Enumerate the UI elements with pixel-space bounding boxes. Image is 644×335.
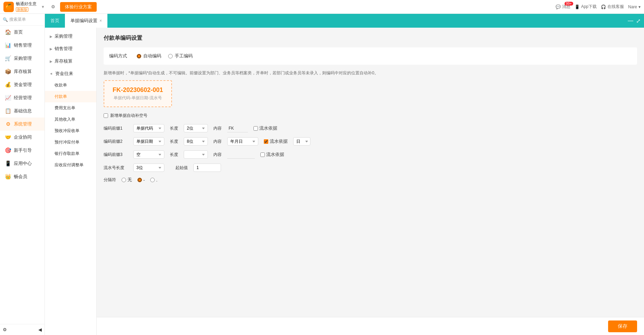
serial-length-select[interactable]: 2位 3位 4位 5位 (133, 164, 164, 172)
sidebar-item-purchase[interactable]: 🛒 采购管理 (0, 52, 45, 65)
sidebar: 🔍 搜索菜单 🏠 首页 📊 销售管理 🛒 采购管理 📦 库存核算 💰 资 (0, 14, 45, 335)
apps-icon: 📱 (5, 160, 11, 167)
sidebar-search[interactable]: 🔍 搜索菜单 (0, 14, 45, 26)
prefix1-length-select[interactable]: 2位 3位 4位 (184, 124, 208, 132)
prefix2-day-select[interactable]: 日 月 年 (293, 137, 310, 146)
sidebar-item-operations[interactable]: 📈 经营管理 (0, 91, 45, 104)
system-icon: ⚙ (5, 121, 11, 127)
save-button[interactable]: 保存 (608, 320, 637, 332)
sub-menu-item-receivable-adjust[interactable]: 应收应付调整单 (45, 159, 96, 171)
home-icon: 🏠 (5, 29, 11, 35)
sidebar-item-guide[interactable]: 🎯 新手引导 (0, 144, 45, 157)
sidebar-label-finance: 资金管理 (14, 82, 32, 88)
prefix3-content-label: 内容 (213, 152, 222, 158)
top-bar-left: 🍊 畅通好生意 旗舰版 ▾ ⚙ 体验行业方案 (3, 1, 553, 12)
sep-dash-input[interactable] (137, 178, 142, 182)
prefix1-content-input (227, 124, 248, 132)
brand-tag: 旗舰版 (16, 7, 37, 12)
sidebar-item-finance[interactable]: 💰 资金管理 (0, 78, 45, 91)
tab-maximize-icon[interactable]: ⤢ (636, 18, 641, 24)
sidebar-label-enterprise: 企业协同 (14, 134, 32, 140)
prefix3-serial-checkbox[interactable] (260, 152, 265, 157)
sub-menu-item-prepay-receivable[interactable]: 预收冲应收单 (45, 125, 96, 137)
auto-fill-checkbox[interactable] (104, 113, 108, 118)
sub-menu-group-capital: ▼ 资金往来 收款单 付款单 费用支出单 其他收入单 预收冲应收单 预付冲应付单… (45, 68, 96, 171)
prefix3-select[interactable]: 单据代码 单据日期 部门 业务员 空 (133, 150, 164, 159)
sep-dot-radio[interactable]: . (150, 177, 157, 183)
sidebar-item-inventory[interactable]: 📦 库存核算 (0, 65, 45, 78)
sidebar-item-enterprise[interactable]: 🤝 企业协同 (0, 131, 45, 144)
online-service-btn[interactable]: 🎧 在线客服 (601, 4, 624, 10)
user-avatar[interactable]: Nare ▾ (628, 4, 641, 9)
member-icon: 👑 (5, 174, 11, 180)
app-download-icon: 📱 (575, 4, 580, 9)
prefix2-serial-checkbox[interactable] (264, 139, 268, 144)
prefix1-select[interactable]: 单据代码 单据日期 部门 业务员 空 (133, 124, 164, 132)
sub-menu-purchase-label: 采购管理 (55, 33, 73, 39)
purchase-icon: 🛒 (5, 55, 11, 62)
serial-row: 流水号长度 2位 3位 4位 5位 起始值 (104, 164, 637, 172)
sub-menu-item-prepay-payable[interactable]: 预付冲应付单 (45, 137, 96, 148)
sep-dot-label: . (156, 177, 157, 183)
sub-menu-item-expense[interactable]: 费用支出单 (45, 102, 96, 114)
sidebar-label-inventory: 库存核算 (14, 68, 32, 75)
chevron-sales-icon: ▶ (50, 47, 52, 51)
prefix2-serial-checkbox-label[interactable]: 流水依据 (264, 138, 288, 145)
sidebar-collapse-icon[interactable]: ◀ (38, 327, 42, 332)
app-download-label: App下载 (581, 4, 597, 10)
radio-auto-input[interactable] (137, 54, 141, 58)
prefix1-serial-checkbox[interactable] (253, 126, 258, 131)
sub-menu-item-bank-deposit[interactable]: 银行存取款单 (45, 148, 96, 159)
prefix1-serial-label: 流水依据 (259, 125, 277, 131)
code-preview-box: FK-20230602-001 单据代码-单据日期-流水号 (104, 80, 172, 107)
code-desc: 单据代码-单据日期-流水号 (113, 95, 163, 101)
radio-auto-label: 自动编码 (143, 53, 161, 59)
trial-button[interactable]: 体验行业方案 (60, 2, 97, 12)
auto-fill-label: 新增单据自动补空号 (110, 113, 147, 119)
prefix2-content-select[interactable]: 年月日 年月 年 月日 (227, 137, 258, 146)
prefix1-row: 编码前缀1 单据代码 单据日期 部门 业务员 空 长度 2位 (104, 124, 637, 132)
app-download-btn[interactable]: 📱 App下载 (575, 4, 597, 10)
sep-dash-radio[interactable]: - (137, 177, 145, 183)
settings-gear-btn[interactable]: ⚙ (49, 3, 57, 11)
sidebar-item-basic[interactable]: 📋 基础信息 (0, 104, 45, 118)
tab-home[interactable]: 首页 (45, 14, 65, 28)
tab-minimize-icon[interactable]: — (628, 18, 633, 24)
sidebar-item-sales[interactable]: 📊 销售管理 (0, 39, 45, 52)
dropdown-arrow-btn[interactable]: ▾ (39, 3, 46, 10)
sub-menu-group-sales: ▶ 销售管理 (45, 43, 96, 55)
tab-close-icon[interactable]: × (99, 18, 102, 23)
prefix2-length-select[interactable]: 4位 6位 8位 (184, 137, 208, 146)
sidebar-item-member[interactable]: 👑 畅会员 (0, 170, 45, 183)
sub-menu-item-payment[interactable]: 付款单 (45, 91, 96, 102)
sep-dot-input[interactable] (150, 178, 155, 182)
prefix1-serial-checkbox-label[interactable]: 流水依据 (253, 125, 277, 131)
sidebar-item-apps[interactable]: 📱 应用中心 (0, 157, 45, 170)
prefix2-select[interactable]: 单据代码 单据日期 部门 业务员 空 (133, 137, 164, 146)
sidebar-item-system[interactable]: ⚙ 系统管理 (0, 118, 45, 131)
sub-menu-item-receipt[interactable]: 收款单 (45, 80, 96, 91)
radio-manual-input[interactable] (168, 54, 173, 58)
tab-serial-settings[interactable]: 单据编码设置 × (65, 14, 107, 28)
sep-none-radio[interactable]: 无 (122, 177, 132, 183)
sub-menu-item-other-income[interactable]: 其他收入单 (45, 114, 96, 125)
sub-menu-header-purchase[interactable]: ▶ 采购管理 (45, 30, 96, 42)
sub-menu-header-inventory[interactable]: ▶ 库存核算 (45, 55, 96, 67)
message-btn[interactable]: 💬 消息 99+ (556, 4, 570, 10)
sidebar-item-home[interactable]: 🏠 首页 (0, 26, 45, 39)
prefix3-length-select[interactable] (184, 150, 208, 159)
radio-manual[interactable]: 手工编码 (168, 53, 193, 59)
sub-menu-header-sales[interactable]: ▶ 销售管理 (45, 43, 96, 55)
main-layout: 🔍 搜索菜单 🏠 首页 📊 销售管理 🛒 采购管理 📦 库存核算 💰 资 (0, 14, 644, 335)
sub-menu-sales-label: 销售管理 (55, 46, 73, 52)
sidebar-label-basic: 基础信息 (14, 108, 32, 114)
serial-start-input[interactable] (193, 164, 221, 172)
user-name: Nare (628, 4, 637, 9)
sub-menu-header-capital[interactable]: ▼ 资金往来 (45, 68, 96, 80)
sidebar-settings-icon[interactable]: ⚙ (3, 327, 7, 332)
prefix3-serial-checkbox-label[interactable]: 流水依据 (260, 151, 284, 158)
sidebar-label-purchase: 采购管理 (14, 55, 32, 62)
sep-none-input[interactable] (122, 178, 126, 182)
radio-auto[interactable]: 自动编码 (137, 53, 161, 59)
sidebar-label-sales: 销售管理 (14, 42, 32, 48)
